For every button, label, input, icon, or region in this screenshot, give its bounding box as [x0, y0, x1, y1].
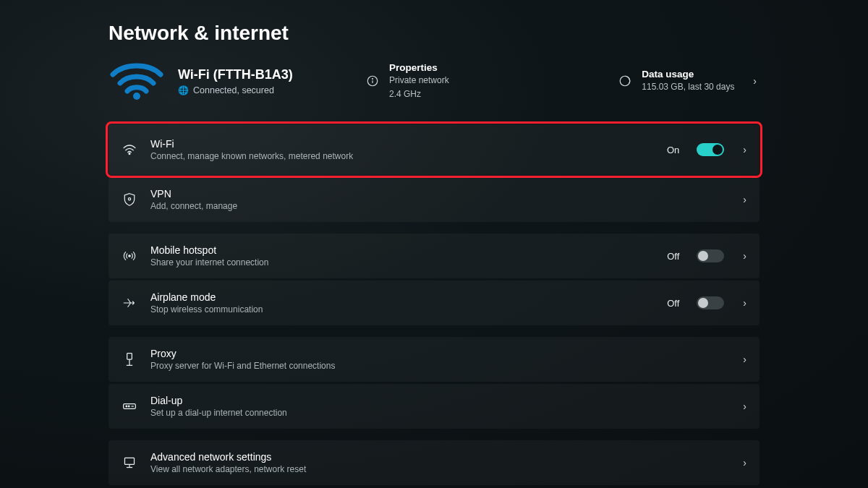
dialup-title: Dial-up	[150, 395, 731, 406]
network-status: Connected, secured	[193, 85, 274, 95]
svg-point-6	[128, 198, 130, 200]
connection-summary: Wi-Fi (FTTH-B1A3) 🌐 Connected, secured	[109, 60, 354, 102]
chevron-right-icon: ›	[743, 250, 746, 262]
airplane-toggle[interactable]	[697, 296, 724, 309]
advanced-network-row[interactable]: Advanced network settings View all netwo…	[109, 440, 760, 485]
svg-rect-14	[124, 458, 134, 464]
chevron-right-icon: ›	[743, 297, 746, 309]
dialup-icon	[120, 401, 139, 412]
wifi-sub: Connect, manage known networks, metered …	[150, 151, 655, 161]
wifi-icon	[120, 144, 139, 155]
vpn-row[interactable]: VPN Add, connect, manage ›	[109, 177, 760, 222]
network-adapter-icon	[120, 456, 139, 469]
mobile-hotspot-row[interactable]: Mobile hotspot Share your internet conne…	[109, 234, 760, 278]
svg-point-7	[129, 255, 130, 257]
chevron-right-icon: ›	[743, 354, 746, 365]
wifi-title: Wi-Fi	[150, 138, 655, 150]
globe-icon: 🌐	[178, 86, 189, 95]
network-status-line: 🌐 Connected, secured	[178, 85, 293, 95]
properties-button[interactable]: Properties Private network 2.4 GHz	[365, 59, 607, 102]
wifi-state-label: On	[667, 145, 679, 155]
hotspot-toggle[interactable]	[697, 249, 724, 262]
properties-line2: 2.4 GHz	[389, 88, 449, 100]
chevron-right-icon: ›	[743, 144, 746, 155]
airplane-mode-row[interactable]: Airplane mode Stop wireless communicatio…	[109, 281, 760, 325]
dialup-row[interactable]: Dial-up Set up a dial-up internet connec…	[109, 384, 760, 429]
airplane-icon	[120, 296, 139, 309]
settings-list: Wi-Fi Connect, manage known networks, me…	[109, 124, 760, 485]
shield-icon	[120, 192, 139, 207]
svg-point-0	[133, 93, 140, 100]
advanced-title: Advanced network settings	[150, 451, 731, 463]
wifi-large-icon	[109, 60, 165, 102]
chevron-right-icon: ›	[743, 194, 746, 205]
airplane-sub: Stop wireless communication	[150, 304, 655, 314]
wifi-toggle[interactable]	[697, 143, 724, 156]
svg-point-12	[126, 406, 127, 407]
proxy-row[interactable]: Proxy Proxy server for Wi-Fi and Etherne…	[109, 337, 760, 382]
data-usage-line: 115.03 GB, last 30 days	[642, 81, 734, 93]
properties-line1: Private network	[389, 74, 449, 86]
hotspot-title: Mobile hotspot	[150, 244, 655, 256]
svg-rect-8	[127, 354, 132, 359]
data-usage-title: Data usage	[642, 69, 734, 80]
chevron-right-icon: ›	[743, 457, 746, 468]
svg-point-13	[128, 406, 129, 407]
dialup-sub: Set up a dial-up internet connection	[150, 408, 731, 418]
connection-hero: Wi-Fi (FTTH-B1A3) 🌐 Connected, secured P…	[109, 58, 760, 104]
wifi-row[interactable]: Wi-Fi Connect, manage known networks, me…	[109, 124, 760, 175]
data-usage-icon	[617, 74, 633, 87]
advanced-sub: View all network adapters, network reset	[150, 464, 731, 474]
info-icon	[365, 74, 380, 87]
proxy-title: Proxy	[150, 348, 731, 359]
airplane-title: Airplane mode	[150, 291, 655, 303]
properties-title: Properties	[389, 62, 449, 73]
airplane-state-label: Off	[667, 298, 679, 309]
data-usage-button[interactable]: Data usage 115.03 GB, last 30 days	[617, 66, 740, 95]
chevron-right-icon: ›	[743, 401, 746, 412]
page-title: Network & internet	[109, 22, 760, 45]
chevron-right-icon: ›	[750, 75, 760, 87]
proxy-icon	[120, 352, 139, 367]
proxy-sub: Proxy server for Wi-Fi and Ethernet conn…	[150, 361, 731, 371]
hotspot-icon	[120, 249, 139, 262]
svg-point-5	[129, 153, 130, 155]
hotspot-state-label: Off	[667, 251, 679, 262]
svg-point-3	[373, 79, 373, 80]
vpn-title: VPN	[150, 188, 731, 200]
vpn-sub: Add, connect, manage	[150, 201, 731, 211]
hotspot-sub: Share your internet connection	[150, 257, 655, 267]
network-name: Wi-Fi (FTTH-B1A3)	[178, 67, 293, 82]
network-internet-page: Network & internet Wi-Fi (FTTH-B1A3) 🌐 C…	[109, 22, 760, 485]
